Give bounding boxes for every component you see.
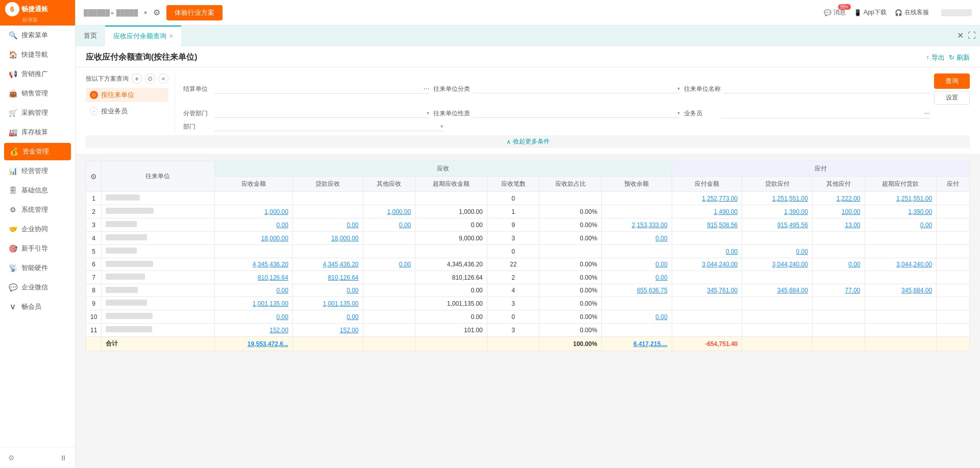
refresh-button[interactable]: ↻ 刷新 — [949, 53, 970, 62]
table-cell[interactable]: 0.00 — [672, 245, 742, 258]
table-cell[interactable]: 1,001,135.00 — [292, 297, 363, 310]
table-cell[interactable]: 77.00 — [812, 284, 865, 297]
table-cell[interactable] — [363, 192, 415, 205]
table-cell[interactable]: 1,001,135.00 — [214, 297, 292, 310]
sidebar-item-quick-nav[interactable]: 🏠 快捷导航 — [0, 45, 75, 64]
unit-name-input[interactable] — [724, 85, 930, 93]
table-cell[interactable] — [672, 310, 742, 324]
table-cell[interactable] — [602, 245, 672, 258]
table-cell[interactable] — [812, 324, 865, 337]
sidebar-item-search-menu[interactable]: 🔍 搜索菜单 — [0, 26, 75, 45]
settings-button[interactable]: 设置 — [934, 91, 970, 105]
sidebar-item-guide[interactable]: 🎯 新手引导 — [0, 239, 75, 258]
table-cell[interactable]: 0.00 — [602, 232, 672, 245]
table-cell[interactable]: 1,251,551.00 — [742, 192, 813, 205]
table-cell[interactable]: 100.00 — [812, 205, 865, 218]
export-button[interactable]: ↑ 导出 — [926, 53, 945, 62]
online-service-button[interactable]: 🎧 在线客服 — [895, 8, 929, 17]
table-cell[interactable] — [602, 324, 672, 337]
table-cell[interactable] — [865, 232, 937, 245]
scheme-item-by-employee[interactable]: ○ 按业务员 — [86, 104, 168, 118]
dept-input[interactable] — [214, 122, 440, 130]
unit-nature-input[interactable] — [473, 109, 677, 116]
add-scheme-btn[interactable]: + — [132, 73, 142, 84]
sidebar-item-system[interactable]: ⚙ 系统管理 — [0, 200, 75, 219]
salesperson-dots-icon[interactable]: ··· — [924, 109, 930, 117]
table-cell[interactable]: 0.00 — [214, 310, 292, 324]
table-cell[interactable] — [742, 297, 813, 310]
table-cell[interactable]: 0.00 — [214, 284, 292, 297]
table-cell[interactable]: 152.00 — [292, 324, 363, 337]
table-cell[interactable] — [292, 192, 363, 205]
table-cell[interactable]: 1,490.00 — [672, 205, 742, 218]
table-cell[interactable] — [865, 324, 937, 337]
topbar-gear-icon[interactable]: ⚙ — [153, 8, 160, 17]
table-cell[interactable]: 4,345,436.20 — [292, 258, 363, 271]
table-settings-gear-icon[interactable]: ⚙ — [90, 173, 97, 181]
table-cell[interactable] — [292, 205, 363, 218]
table-cell[interactable]: 2,153,333.00 — [602, 218, 672, 232]
table-cell[interactable] — [865, 245, 937, 258]
settlement-unit-dots-icon[interactable]: ··· — [424, 84, 430, 92]
table-cell[interactable]: 0.00 — [602, 258, 672, 271]
query-button[interactable]: 查询 — [934, 73, 970, 89]
table-cell[interactable]: 4,345,436.20 — [214, 258, 292, 271]
table-cell[interactable] — [602, 205, 672, 218]
app-download-button[interactable]: 📱 App下载 — [854, 8, 887, 17]
pause-icon[interactable]: ⏸ — [60, 454, 67, 462]
table-cell[interactable]: 345,761.00 — [672, 284, 742, 297]
table-cell[interactable] — [363, 232, 415, 245]
topbar-chevron-icon[interactable]: ▾ — [144, 9, 147, 16]
table-cell[interactable] — [292, 245, 363, 258]
table-cell[interactable]: 1,251,551.00 — [865, 192, 937, 205]
table-cell[interactable] — [812, 271, 865, 284]
table-cell[interactable]: 0.00 — [865, 218, 937, 232]
table-cell[interactable]: 3,044,240.00 — [672, 258, 742, 271]
table-cell[interactable]: 345,684.00 — [742, 284, 813, 297]
sidebar-item-basic-info[interactable]: 🗄 基础信息 — [0, 181, 75, 200]
table-cell[interactable] — [363, 324, 415, 337]
settings-bottom-icon[interactable]: ⚙ — [8, 454, 15, 462]
table-cell[interactable] — [363, 284, 415, 297]
filter-collapse[interactable]: ∧ 收起更多条件 — [86, 135, 970, 148]
table-cell[interactable] — [742, 271, 813, 284]
table-cell[interactable]: 0.00 — [292, 310, 363, 324]
tab-close-all-icon[interactable]: ✕ — [957, 31, 964, 40]
sidebar-item-inventory[interactable]: 🏭 库存核算 — [0, 122, 75, 142]
table-cell[interactable]: 0.00 — [292, 284, 363, 297]
table-cell[interactable] — [672, 232, 742, 245]
table-cell[interactable]: 1,000.00 — [363, 205, 415, 218]
tab-fullscreen-icon[interactable]: ⛶ — [968, 31, 976, 40]
table-cell[interactable] — [602, 297, 672, 310]
user-button[interactable] — [941, 9, 972, 16]
sidebar-item-member[interactable]: V 畅会员 — [0, 297, 75, 316]
sidebar-item-marketing[interactable]: 📢 营销推广 — [0, 64, 75, 84]
scheme-item-by-unit[interactable]: ⊙ 按往来单位 — [86, 88, 168, 102]
table-cell[interactable]: 0.00 — [363, 218, 415, 232]
sidebar-item-wechat[interactable]: 💬 企业微信 — [0, 278, 75, 297]
table-cell[interactable]: 18,000.00 — [214, 232, 292, 245]
table-cell[interactable] — [672, 324, 742, 337]
table-cell[interactable]: 915,508.56 — [672, 218, 742, 232]
sidebar-item-sales[interactable]: 👜 销售管理 — [0, 84, 75, 103]
table-cell[interactable] — [865, 310, 937, 324]
table-cell[interactable]: 915,495.56 — [742, 218, 813, 232]
table-cell[interactable] — [672, 297, 742, 310]
unit-category-input[interactable] — [473, 85, 677, 92]
sidebar-item-cooperation[interactable]: 🤝 企业协同 — [0, 219, 75, 239]
sidebar-item-finance[interactable]: 💰 资金管理 — [4, 143, 71, 160]
table-cell[interactable]: 1,000.00 — [214, 205, 292, 218]
messages-button[interactable]: 💬 消息 99+ — [824, 8, 846, 17]
table-cell[interactable] — [363, 245, 415, 258]
unit-category-arrow-icon[interactable]: ▾ — [677, 86, 680, 91]
table-cell[interactable] — [363, 297, 415, 310]
table-cell[interactable]: 1,252,773.00 — [672, 192, 742, 205]
promo-button[interactable]: 体验行业方案 — [166, 5, 223, 20]
table-cell[interactable] — [742, 324, 813, 337]
table-cell[interactable]: 1,390.00 — [865, 205, 937, 218]
table-cell[interactable]: 18,000.00 — [292, 232, 363, 245]
table-cell[interactable]: 1,222.00 — [812, 192, 865, 205]
table-cell[interactable]: 3,044,240.00 — [865, 258, 937, 271]
collapse-scheme-btn[interactable]: « — [158, 73, 168, 84]
sidebar-item-business[interactable]: 📊 经营管理 — [0, 161, 75, 181]
